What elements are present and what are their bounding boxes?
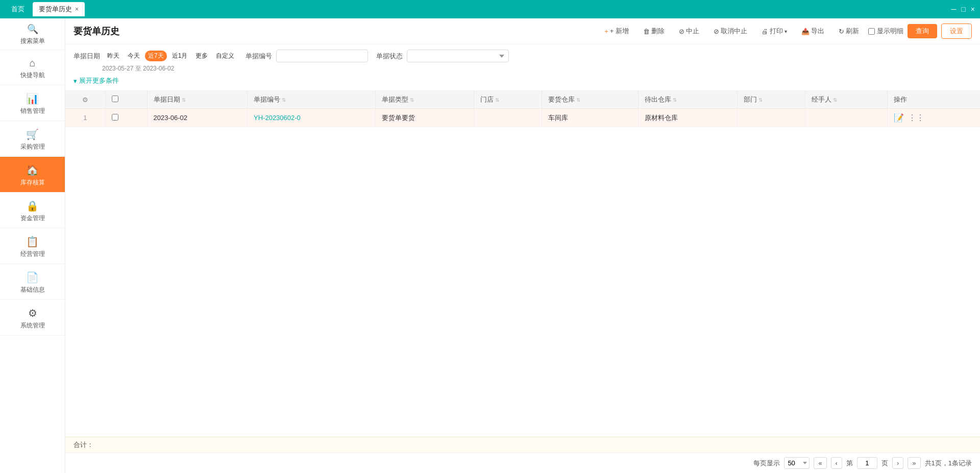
footer-summary: 合计：	[65, 437, 980, 453]
th-checkbox[interactable]	[105, 91, 147, 109]
th-pending-warehouse[interactable]: 待出仓库 ⇅	[639, 91, 737, 109]
order-no-input[interactable]	[276, 50, 368, 62]
more-icon[interactable]: ⋮⋮	[908, 113, 924, 123]
expand-more[interactable]: ▾ 展开更多条件	[74, 76, 972, 85]
shortcut-yesterday[interactable]: 昨天	[104, 51, 122, 61]
th-req-warehouse[interactable]: 要货仓库 ⇅	[542, 91, 639, 109]
sort-icon-type: ⇅	[410, 97, 414, 103]
order-no-label: 单据编号	[246, 52, 272, 61]
settings-button[interactable]: 设置	[941, 23, 972, 39]
summary-label: 合计：	[74, 441, 93, 448]
sidebar-item-system-label: 系统管理	[20, 321, 45, 330]
stop-icon: ⊘	[679, 28, 684, 35]
action-icons: 📝 ⋮⋮	[894, 113, 974, 123]
top-bar: 首页 要货单历史 × ─ □ ×	[0, 0, 980, 18]
search-icon: 🔍	[27, 23, 38, 35]
sidebar-item-sales[interactable]: 📊 销售管理	[0, 85, 65, 121]
sidebar-item-system[interactable]: ⚙ 系统管理	[0, 300, 65, 336]
table-row: 1 2023-06-02 YH-20230602-0 要货单要货 车间库 原材料…	[65, 109, 980, 127]
date-range-row: 2023-05-27 至 2023-06-02	[74, 64, 972, 73]
tab-home[interactable]: 首页	[5, 2, 31, 16]
sidebar-search[interactable]: 🔍 搜索菜单	[0, 18, 65, 50]
base-icon: 📄	[26, 271, 39, 283]
status-select[interactable]	[407, 50, 509, 62]
sort-icon-pendingwarehouse: ⇅	[673, 97, 677, 103]
sidebar-item-shortcut[interactable]: ⌂ 快捷导航	[0, 50, 65, 85]
sidebar-item-finance-label: 资金管理	[20, 214, 45, 223]
th-store[interactable]: 门店 ⇅	[474, 91, 542, 109]
sort-icon-store: ⇅	[495, 97, 499, 103]
td-req-warehouse: 车间库	[542, 109, 639, 127]
next-page-btn[interactable]: ›	[892, 457, 903, 469]
sort-icon-handler: ⇅	[833, 97, 837, 103]
date-shortcuts: 昨天 今天 近7天 近1月 更多 自定义	[104, 51, 237, 61]
sidebar: 🔍 搜索菜单 ⌂ 快捷导航 📊 销售管理 🛒 采购管理 🏠 库存核算 🔒 资金管…	[0, 18, 65, 473]
th-order-type[interactable]: 单据类型 ⇅	[375, 91, 474, 109]
total-info: 共1页，1条记录	[925, 459, 972, 468]
sort-icon-reqwarehouse: ⇅	[576, 97, 580, 103]
tab-home-label: 首页	[11, 5, 24, 14]
toolbar: + + 新增 🗑 删除 ⊘ 中止 ⊘ 取消中止 🖨 打印	[599, 23, 972, 39]
show-detail-checkbox[interactable]: 显示明细	[868, 27, 903, 36]
new-icon: +	[604, 28, 608, 35]
print-icon: 🖨	[762, 28, 768, 35]
export-button[interactable]: 📤 导出	[796, 25, 829, 38]
delete-icon: 🗑	[643, 28, 650, 35]
pagination: 每页显示 10 20 50 100 « ‹ 第 页 › » 共1页，1条记录	[65, 453, 980, 473]
order-no-link[interactable]: YH-20230602-0	[254, 114, 301, 122]
sidebar-item-base[interactable]: 📄 基础信息	[0, 264, 65, 300]
tab-active[interactable]: 要货单历史 ×	[33, 2, 85, 16]
window-close-icon[interactable]: ×	[971, 5, 975, 13]
sidebar-item-operation[interactable]: 📋 经营管理	[0, 228, 65, 264]
close-icon[interactable]: ×	[75, 6, 79, 13]
shortcut-custom[interactable]: 自定义	[213, 51, 237, 61]
date-range-text: 2023-05-27 至 2023-06-02	[102, 64, 174, 73]
sales-icon: 📊	[26, 92, 39, 105]
page-header: 要货单历史 + + 新增 🗑 删除 ⊘ 中止 ⊘ 取消中止	[65, 18, 980, 44]
th-handler[interactable]: 经手人 ⇅	[805, 91, 887, 109]
edit-icon[interactable]: 📝	[894, 113, 904, 123]
show-detail-input[interactable]	[868, 28, 875, 35]
shortcut-7days[interactable]: 近7天	[145, 51, 167, 61]
sidebar-item-inventory[interactable]: 🏠 库存核算	[0, 157, 65, 193]
refresh-icon: ↻	[839, 28, 844, 35]
window-controls: ─ □ ×	[951, 5, 975, 13]
sidebar-item-purchase[interactable]: 🛒 采购管理	[0, 121, 65, 157]
delete-button[interactable]: 🗑 删除	[638, 25, 670, 38]
first-page-btn[interactable]: «	[814, 457, 826, 469]
purchase-icon: 🛒	[26, 128, 39, 140]
page-input[interactable]	[857, 457, 877, 469]
content-area: 要货单历史 + + 新增 🗑 删除 ⊘ 中止 ⊘ 取消中止	[65, 18, 980, 473]
print-button[interactable]: 🖨 打印 ▾	[756, 25, 792, 38]
maximize-icon[interactable]: □	[961, 5, 965, 13]
th-date[interactable]: 单据日期 ⇅	[147, 91, 248, 109]
main-layout: 🔍 搜索菜单 ⌂ 快捷导航 📊 销售管理 🛒 采购管理 🏠 库存核算 🔒 资金管…	[0, 18, 980, 473]
td-checkbox[interactable]	[105, 109, 147, 127]
minimize-icon[interactable]: ─	[951, 5, 956, 13]
row-checkbox[interactable]	[112, 114, 118, 121]
status-filter-group: 单据状态	[376, 50, 509, 62]
new-button[interactable]: + + 新增	[599, 25, 634, 38]
cancel-stop-icon: ⊘	[714, 28, 719, 35]
shortcut-1month[interactable]: 近1月	[169, 51, 191, 61]
cancel-stop-button[interactable]: ⊘ 取消中止	[708, 25, 752, 38]
stop-button[interactable]: ⊘ 中止	[674, 25, 704, 38]
td-order-no: YH-20230602-0	[248, 109, 376, 127]
prev-page-btn[interactable]: ‹	[831, 457, 842, 469]
shortcut-today[interactable]: 今天	[125, 51, 143, 61]
refresh-button[interactable]: ↻ 刷新	[834, 25, 864, 38]
per-page-select[interactable]: 10 20 50 100	[784, 457, 810, 469]
last-page-btn[interactable]: »	[908, 457, 920, 469]
sidebar-item-finance[interactable]: 🔒 资金管理	[0, 193, 65, 228]
select-all-checkbox[interactable]	[112, 96, 118, 102]
sidebar-item-purchase-label: 采购管理	[20, 143, 45, 151]
search-label: 搜索菜单	[20, 37, 45, 45]
th-order-no[interactable]: 单据编号 ⇅	[248, 91, 376, 109]
query-button[interactable]: 查询	[908, 24, 937, 38]
expand-icon: ▾	[74, 77, 77, 85]
th-settings[interactable]: ⚙	[65, 91, 105, 109]
th-department[interactable]: 部门 ⇅	[737, 91, 805, 109]
shortcut-more[interactable]: 更多	[192, 51, 211, 61]
page-suffix: 页	[881, 459, 888, 468]
sort-icon-date: ⇅	[182, 97, 186, 103]
